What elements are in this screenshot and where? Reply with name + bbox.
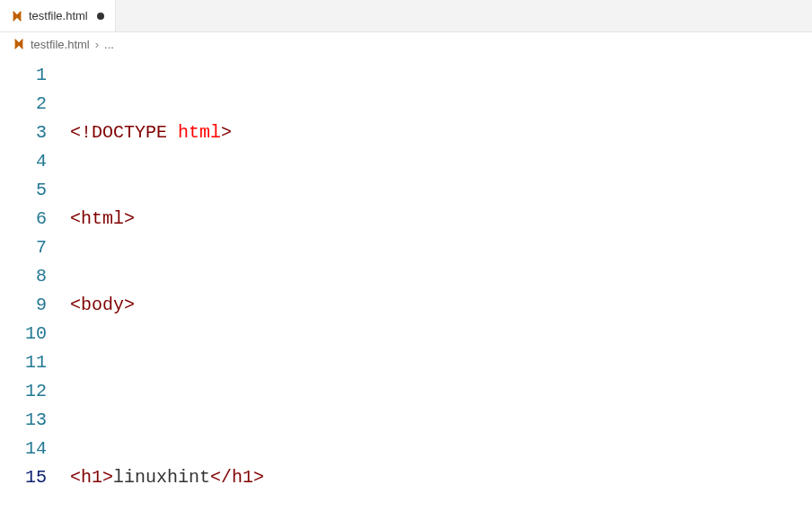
code-line[interactable]: <body> bbox=[70, 291, 812, 320]
tab-testfile[interactable]: testfile.html bbox=[0, 0, 116, 31]
tab-label: testfile.html bbox=[29, 9, 88, 22]
html-file-icon bbox=[13, 38, 25, 50]
line-number: 9 bbox=[0, 291, 47, 320]
dirty-indicator-icon bbox=[97, 13, 104, 20]
code-line[interactable]: <h1>linuxhint</h1> bbox=[70, 463, 812, 492]
line-number: 14 bbox=[0, 435, 47, 463]
code-line[interactable]: <html> bbox=[70, 205, 812, 233]
line-number: 3 bbox=[0, 119, 47, 147]
line-number: 2 bbox=[0, 90, 47, 119]
code-editor[interactable]: 1 2 3 4 5 6 7 8 9 10 11 12 13 14 15 <!DO… bbox=[0, 56, 812, 511]
line-number: 1 bbox=[0, 61, 47, 90]
line-number: 13 bbox=[0, 406, 47, 435]
code-line[interactable]: <!DOCTYPE html> bbox=[70, 119, 812, 147]
breadcrumb-file: testfile.html bbox=[31, 38, 90, 51]
line-number: 15 bbox=[0, 463, 47, 492]
code-line[interactable] bbox=[70, 377, 812, 406]
chevron-right-icon: › bbox=[95, 38, 99, 51]
line-number: 10 bbox=[0, 320, 47, 348]
line-number: 11 bbox=[0, 348, 47, 377]
line-number: 5 bbox=[0, 176, 47, 205]
tab-bar: testfile.html bbox=[0, 0, 812, 32]
line-number: 7 bbox=[0, 233, 47, 262]
line-number-gutter: 1 2 3 4 5 6 7 8 9 10 11 12 13 14 15 bbox=[0, 61, 70, 511]
breadcrumb[interactable]: testfile.html › ... bbox=[0, 32, 812, 56]
html-file-icon bbox=[11, 10, 23, 22]
line-number: 8 bbox=[0, 262, 47, 291]
line-number: 12 bbox=[0, 377, 47, 406]
line-number: 4 bbox=[0, 147, 47, 176]
code-area[interactable]: <!DOCTYPE html> <html> <body> <h1>linuxh… bbox=[70, 61, 812, 511]
breadcrumb-more: ... bbox=[104, 38, 114, 51]
line-number: 6 bbox=[0, 205, 47, 233]
